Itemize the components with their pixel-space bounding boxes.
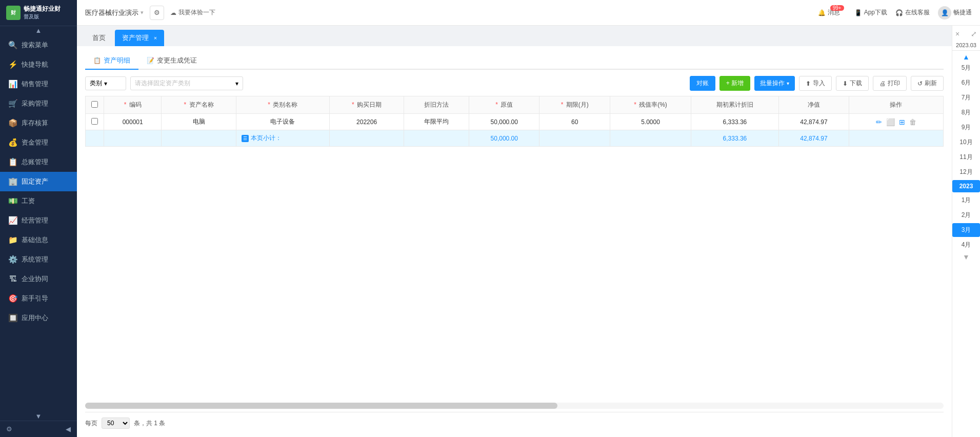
sidebar-item-inventory[interactable]: 📦 库存核算 [0,113,77,133]
row-actions-cell: ✏ ⬜ ⊞ 🗑 [849,114,943,130]
per-page-select[interactable]: 50 100 200 [102,418,130,429]
category-filter-type[interactable]: 类别 ▾ [85,76,126,90]
logo: 财 畅捷通好业财 普及版 [0,0,77,26]
sidebar-item-guide[interactable]: 🎯 新手引导 [0,289,77,308]
logo-icon: 财 [6,6,21,20]
tab-close-button[interactable]: × [154,35,157,41]
table-header-row: * 编码 * 资产名称 * 类别名称 [86,96,944,114]
collapse-icon[interactable]: ◀ [66,425,71,433]
asset-table-container: * 编码 * 资产名称 * 类别名称 [85,96,944,403]
panel-scroll-up-button[interactable]: ▲ [963,53,970,61]
sidebar-item-funds[interactable]: 💰 资金管理 [0,133,77,152]
page-main: 首页 资产管理 × 📋 资产明细 📝 变更生成凭证 [77,26,952,437]
row-depreciation-method-cell: 年限平均 [404,114,469,130]
panel-month-5[interactable]: 5月 [952,61,980,75]
delete-row-button[interactable]: 🗑 [909,118,916,126]
edit-row-button[interactable]: ✏ [876,118,882,126]
sidebar-item-purchase[interactable]: 🛒 采购管理 [0,94,77,113]
panel-month-11[interactable]: 11月 [952,150,980,164]
settings-icon[interactable]: ⚙ [6,425,12,433]
scrollbar-thumb[interactable] [85,403,557,409]
sidebar: 财 畅捷通好业财 普及版 ▲ 🔍 搜索菜单 ⚡ 快捷导航 📊 销售管理 🛒 采购… [0,0,77,437]
panel-close-button[interactable]: × [955,30,959,38]
app-download-button[interactable]: 📱 App下载 [854,8,887,17]
sub-tab-change-voucher[interactable]: 📝 变更生成凭证 [138,52,205,70]
sidebar-item-enterprise[interactable]: 🏗 企业协同 [0,269,77,289]
sidebar-item-operations[interactable]: 📈 经营管理 [0,211,77,230]
sidebar-item-fixed-assets[interactable]: 🏢 固定资产 [0,172,77,191]
topbar-settings-button[interactable]: ⚙ [150,6,164,20]
panel-month-6[interactable]: 6月 [952,76,980,90]
import-button[interactable]: ⬆ 导入 [799,76,832,91]
copy-row-button[interactable]: ⬜ [886,118,895,126]
batch-ops-button[interactable]: 批量操作 ▾ [754,76,795,91]
user-avatar: 👤 [938,6,951,19]
sidebar-item-ledger[interactable]: 📋 总账管理 [0,152,77,172]
sub-tab-asset-detail[interactable]: 📋 资产明细 [85,52,138,70]
row-checkbox[interactable] [91,118,98,125]
panel-month-9[interactable]: 9月 [952,121,980,134]
print-button[interactable]: 🖨 打印 [873,76,907,91]
panel-month-2[interactable]: 2月 [952,208,980,222]
panel-scroll-down-button[interactable]: ▼ [963,253,970,261]
download-icon: ⬇ [843,80,848,87]
sidebar-item-label: 工资 [22,196,35,206]
tab-home[interactable]: 首页 [85,30,113,46]
panel-month-4[interactable]: 4月 [952,238,980,252]
sidebar-scroll-down[interactable]: ▼ [0,411,77,421]
panel-month-8[interactable]: 8月 [952,106,980,120]
sidebar-item-basic[interactable]: 📁 基础信息 [0,230,77,250]
subtotal-net-value: 42,874.97 [779,130,849,147]
sidebar-item-sales[interactable]: 📊 销售管理 [0,74,77,94]
more-row-button[interactable]: ⊞ [899,118,905,126]
sub-tabs: 📋 资产明细 📝 变更生成凭证 [85,52,944,70]
sidebar-item-shortcut[interactable]: ⚡ 快捷导航 [0,55,77,74]
cloud-icon: ☁ [170,9,176,16]
topbar-right: 🔔 消息 99+ 📱 App下载 🎧 在线客服 👤 畅捷通 [818,6,972,19]
sidebar-item-search[interactable]: 🔍 搜索菜单 [0,35,77,55]
panel-expand-button[interactable]: ⤢ [971,30,977,38]
sidebar-item-appstore[interactable]: 🔲 应用中心 [0,308,77,328]
reconcile-button[interactable]: 对账 [690,76,715,91]
subtotal-row: ☰ 本页小计： 50,000.00 [86,130,944,147]
panel-month-7[interactable]: 7月 [952,91,980,105]
row-residual-rate-cell: 5.0000 [610,114,691,130]
filter-dropdown-arrow: ▾ [104,80,107,87]
sidebar-item-label: 总账管理 [22,157,48,167]
sidebar-item-payroll[interactable]: 💵 工资 [0,191,77,211]
sidebar-item-label: 应用中心 [22,313,48,323]
panel-month-12[interactable]: 12月 [952,165,980,179]
sidebar-item-system[interactable]: ⚙️ 系统管理 [0,250,77,269]
user-profile-button[interactable]: 👤 畅捷通 [938,6,972,19]
panel-month-1[interactable]: 1月 [952,193,980,207]
new-button[interactable]: + 新增 [719,76,750,91]
notification-button[interactable]: 🔔 消息 99+ [818,8,840,17]
batch-ops-arrow: ▾ [787,81,789,86]
inventory-icon: 📦 [8,118,17,128]
col-initial-accumulated: 期初累计折旧 [691,96,778,114]
tab-asset-management[interactable]: 资产管理 × [115,30,164,46]
sidebar-item-label: 新手引导 [22,294,48,303]
panel-month-10[interactable]: 10月 [952,135,980,149]
tab-home-label: 首页 [92,34,106,42]
select-all-checkbox[interactable] [91,101,98,108]
filter-label: 类别 [90,79,102,88]
download-button[interactable]: ⬇ 下载 [836,76,869,91]
action-icons: ✏ ⬜ ⊞ 🗑 [854,118,938,126]
category-filter-input[interactable]: 请选择固定资产类别 ▾ [130,76,243,90]
customer-service-button[interactable]: 🎧 在线客服 [895,8,930,17]
sub-tab-asset-detail-label: 资产明细 [104,56,130,65]
panel-year-2023[interactable]: 2023 [952,180,980,192]
horizontal-scrollbar[interactable] [85,403,944,409]
subtotal-label: ☰ 本页小计： [242,134,324,143]
refresh-button[interactable]: ↺ 刷新 [911,76,944,91]
ledger-icon: 📋 [8,157,17,167]
print-icon: 🖨 [879,80,886,87]
import-icon: ⬆ [806,80,811,87]
row-period-cell: 60 [539,114,610,130]
sales-icon: 📊 [8,80,17,89]
sidebar-scroll-up[interactable]: ▲ [0,26,77,35]
panel-month-3-current[interactable]: 3月 [952,223,980,237]
company-dropdown-arrow[interactable]: ▾ [141,9,144,16]
topbar-experience[interactable]: ☁ 我要体验一下 [170,8,215,17]
